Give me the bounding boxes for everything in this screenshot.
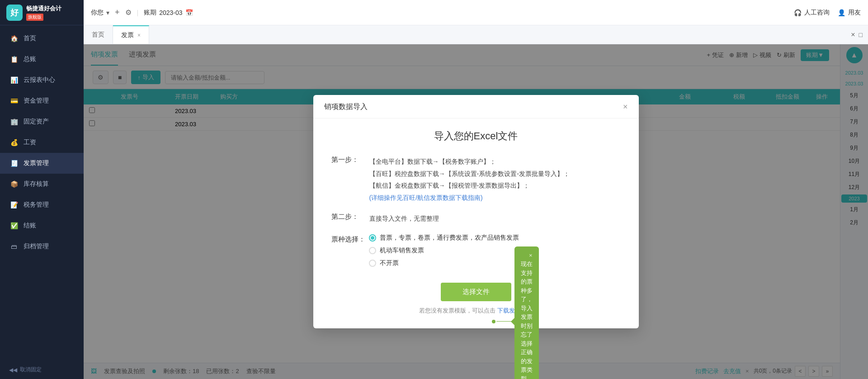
- tax-icon: 📝: [9, 200, 19, 210]
- modal-footer: 若您没有发票模版，可以点击 下载发票模版: [331, 307, 621, 315]
- step1-line3: 【航信】金税盘数据下载→【报税管理-发票数据导出】；: [369, 180, 570, 192]
- step2-row: 第二步： 直接导入文件，无需整理: [331, 213, 621, 225]
- sidebar-item-inventory[interactable]: 📦 库存核算: [0, 174, 84, 194]
- sidebar-item-payroll[interactable]: 💰 工资: [0, 132, 84, 153]
- step2: 第二步： 直接导入文件，无需整理: [331, 213, 621, 225]
- sidebar-item-label-payroll: 工资: [24, 138, 36, 147]
- modal-btn-area: 选择文件: [331, 283, 621, 301]
- calendar-icon[interactable]: 📅: [185, 9, 193, 16]
- step1-line1: 【全电平台】数据下载→【税务数字账户】；: [369, 156, 570, 168]
- tab-invoice-label: 发票: [121, 31, 134, 39]
- footer-text: 若您没有发票模版，可以点击: [419, 307, 495, 314]
- sidebar-item-fund[interactable]: 💳 资金管理: [0, 90, 84, 111]
- tooltip-dot: [491, 319, 496, 324]
- sidebar: 好 畅捷通好会计 旗舰版 🏠 首页 📋 总账 📊 云报表中心 💳 资金管: [0, 0, 84, 379]
- ticket-options: 普票，专票，卷票，通行费发票，农产品销售发票 机动车销售发票 不开票: [369, 234, 519, 272]
- period-display: 账期 2023-03 📅: [144, 9, 193, 17]
- modal-main-title: 导入您的Excel文件: [331, 129, 621, 143]
- tab-invoice[interactable]: 发票 ×: [113, 25, 149, 44]
- ticket-option-0[interactable]: 普票，专票，卷票，通行费发票，农产品销售发票: [369, 234, 519, 242]
- sidebar-item-invoice[interactable]: 🧾 发票管理: [0, 153, 84, 174]
- window-maximize-icon[interactable]: □: [859, 31, 863, 38]
- topbar-right: 🎧 人工咨询 👤 用友: [794, 9, 861, 17]
- radio-1[interactable]: [369, 247, 376, 254]
- step1-link-row: (详细操作见百旺/航信发票数据下载指南): [369, 192, 570, 204]
- logo-icon: 好: [6, 5, 23, 21]
- modal-close-button[interactable]: ×: [623, 102, 628, 112]
- unpin-icon: ◀◀: [9, 367, 17, 373]
- home-icon: 🏠: [9, 33, 19, 43]
- tab-home[interactable]: 首页: [84, 25, 113, 44]
- modal-title: 销项数据导入: [324, 102, 368, 112]
- company-name: 你您: [91, 9, 104, 17]
- ticket-option-label-1: 机动车销售发票: [380, 246, 424, 255]
- user-label: 用友: [848, 9, 861, 17]
- sidebar-item-label-asset: 固定资产: [24, 118, 49, 126]
- sidebar-item-label-home: 首页: [24, 34, 36, 43]
- logo-title: 畅捷通好会计: [26, 5, 61, 13]
- sidebar-footer[interactable]: ◀◀ 取消固定: [0, 360, 84, 379]
- logo-badge: 旗舰版: [26, 14, 43, 21]
- add-button[interactable]: +: [115, 8, 120, 17]
- invoice-icon: 🧾: [9, 158, 19, 168]
- sidebar-item-home[interactable]: 🏠 首页: [0, 28, 84, 49]
- topbar: 你您 ▾ + ⚙ | 账期 2023-03 📅 🎧 人工咨询 👤 用友: [84, 0, 868, 25]
- sidebar-item-ledger[interactable]: 📋 总账: [0, 49, 84, 70]
- step2-content: 直接导入文件，无需整理: [369, 213, 439, 225]
- user-menu[interactable]: 👤 用友: [838, 9, 861, 17]
- payroll-icon: 💰: [9, 137, 19, 147]
- step1-content: 【全电平台】数据下载→【税务数字账户】； 【百旺】税控盘数据下载→【系统设置-系…: [369, 156, 570, 204]
- sidebar-item-tax[interactable]: 📝 税务管理: [0, 194, 84, 215]
- modal-body: 导入您的Excel文件 第一步： 【全电平台】数据下载→【税务数字账户】； 【百…: [313, 118, 639, 328]
- ledger-icon: 📋: [9, 54, 19, 64]
- step1: 第一步： 【全电平台】数据下载→【税务数字账户】； 【百旺】税控盘数据下载→【系…: [331, 156, 621, 204]
- sidebar-item-label-tax: 税务管理: [24, 201, 49, 209]
- sidebar-item-label-report: 云报表中心: [24, 76, 55, 84]
- step1-guide-link[interactable]: (详细操作见百旺/航信发票数据下载指南): [369, 194, 483, 201]
- sidebar-item-settle[interactable]: ✅ 结账: [0, 215, 84, 236]
- ticket-select: 票种选择： 普票，专票，卷票，通行费发票，农产品销售发票 机动车销售发票: [331, 234, 621, 272]
- modal-header: 销项数据导入 ×: [313, 95, 639, 118]
- logo-text-block: 畅捷通好会计 旗舰版: [26, 5, 61, 21]
- sidebar-item-label-archive: 归档管理: [24, 242, 49, 251]
- sidebar-logo: 好 畅捷通好会计 旗舰版: [0, 0, 84, 25]
- unpin-label: 取消固定: [20, 366, 42, 374]
- company-arrow-icon: ▾: [106, 9, 109, 16]
- tooltip-bubble: × 现在支持的票种多了，导入发票时别忘了选择正确的发票类型呀!: [514, 246, 539, 379]
- consult-button[interactable]: 🎧 人工咨询: [794, 9, 830, 17]
- asset-icon: 🏢: [9, 117, 19, 127]
- tab-invoice-close[interactable]: ×: [137, 32, 141, 38]
- company-selector[interactable]: 你您 ▾: [91, 9, 109, 17]
- radio-0[interactable]: [369, 234, 376, 242]
- content-area: 销项发票 进项发票 + 凭证 ⊕ 新增: [84, 44, 868, 379]
- period-label: 账期: [144, 9, 156, 17]
- tabbar: 首页 发票 × × □: [84, 25, 868, 44]
- sidebar-item-label-invoice: 发票管理: [24, 159, 49, 167]
- main-area: 你您 ▾ + ⚙ | 账期 2023-03 📅 🎧 人工咨询 👤 用友: [84, 0, 868, 379]
- sidebar-item-asset[interactable]: 🏢 固定资产: [0, 111, 84, 132]
- sidebar-item-archive[interactable]: 🗃 归档管理: [0, 236, 84, 257]
- sidebar-item-label-fund: 资金管理: [24, 97, 49, 105]
- step2-label: 第二步：: [331, 213, 364, 225]
- window-close-icon[interactable]: ×: [851, 31, 855, 39]
- settings-icon[interactable]: ⚙: [125, 8, 132, 17]
- separator: |: [137, 9, 139, 16]
- ticket-option-label-2: 不开票: [380, 259, 399, 267]
- fund-icon: 💳: [9, 96, 19, 106]
- archive-icon: 🗃: [9, 242, 19, 251]
- user-icon: 👤: [838, 9, 845, 16]
- sidebar-nav: 🏠 首页 📋 总账 📊 云报表中心 💳 资金管理 🏢 固定资产 💰 工资: [0, 25, 84, 360]
- ticket-label: 票种选择：: [331, 235, 365, 244]
- radio-2[interactable]: [369, 260, 376, 267]
- modal-overlay: 销项数据导入 × 导入您的Excel文件 第一步： 【全电平台】数据下载→【税务…: [84, 44, 868, 379]
- step1-row: 第一步： 【全电平台】数据下载→【税务数字账户】； 【百旺】税控盘数据下载→【系…: [331, 156, 621, 204]
- step1-label: 第一步：: [331, 156, 364, 204]
- tooltip-container: × 现在支持的票种多了，导入发票时别忘了选择正确的发票类型呀!: [491, 246, 539, 379]
- sidebar-item-report[interactable]: 📊 云报表中心: [0, 70, 84, 90]
- sidebar-item-label-ledger: 总账: [24, 55, 36, 63]
- settle-icon: ✅: [9, 221, 19, 231]
- headset-icon: 🎧: [794, 9, 802, 16]
- report-icon: 📊: [9, 75, 19, 85]
- tooltip-text: 现在支持的票种多了，导入发票时别忘了选择正确的发票类型呀!: [521, 261, 533, 379]
- tooltip-close-btn[interactable]: ×: [529, 251, 533, 260]
